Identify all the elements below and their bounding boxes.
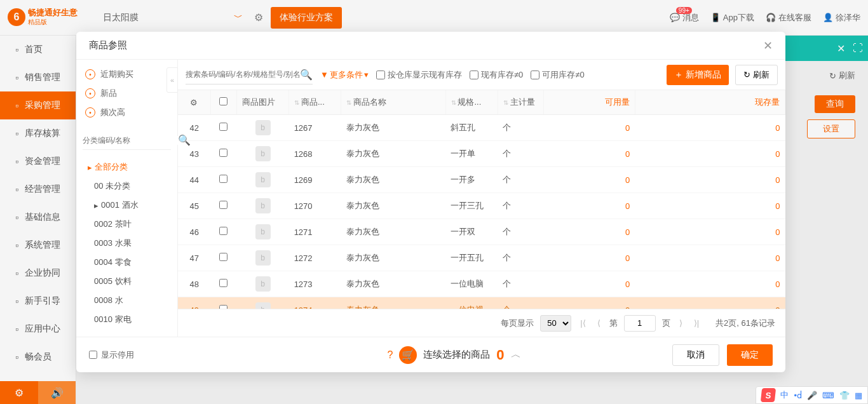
first-page-button[interactable]: |⟨: [578, 318, 588, 328]
col-unit[interactable]: 主计量: [498, 90, 543, 115]
refresh-button[interactable]: ↻ 刷新: [735, 65, 778, 85]
product-table: ⚙ 商品图片 商品... 商品名称 规格... 主计量 可用量 现存量 42b1…: [178, 90, 785, 309]
row-select[interactable]: [210, 115, 236, 141]
ime-keyboard-icon[interactable]: ⌨: [822, 391, 834, 400]
row-avail: 0: [543, 219, 635, 245]
modal-close-button[interactable]: ✕: [763, 39, 773, 53]
col-settings[interactable]: ⚙: [178, 90, 210, 115]
filter-tab[interactable]: •近期购买: [76, 65, 177, 84]
add-product-button[interactable]: ＋ 新增商品: [667, 65, 729, 85]
col-avail[interactable]: 可用量: [543, 90, 635, 115]
row-stock: 0: [635, 245, 785, 271]
row-select[interactable]: [210, 297, 236, 309]
search-icon[interactable]: 🔍: [300, 69, 313, 81]
row-spec: 一开单: [445, 141, 498, 167]
col-image[interactable]: 商品图片: [236, 90, 288, 115]
collapse-handle[interactable]: «: [166, 67, 178, 93]
page-suffix: 页: [662, 318, 670, 329]
chk-avail-nonzero[interactable]: 可用库存≠0: [531, 69, 584, 81]
circle-icon: •: [85, 69, 95, 79]
row-select[interactable]: [210, 141, 236, 167]
ime-lang[interactable]: 中: [780, 389, 789, 401]
per-page-select[interactable]: 50: [540, 315, 571, 332]
table-row[interactable]: 45b1270泰力灰色一开三孔个00: [178, 193, 785, 219]
row-no: 48: [178, 271, 210, 297]
row-checkbox[interactable]: [219, 279, 227, 287]
tree-node[interactable]: 0008 水: [76, 291, 177, 310]
row-checkbox[interactable]: [219, 149, 227, 157]
expand-up-icon[interactable]: ︿: [511, 348, 521, 361]
tree-node[interactable]: 0010 家电: [76, 310, 177, 329]
col-name[interactable]: 商品名称: [341, 90, 445, 115]
row-code: 1274: [289, 297, 341, 309]
more-conditions-link[interactable]: ▼ 更多条件 ▾: [320, 69, 369, 81]
tree-node[interactable]: 00 未分类: [76, 177, 177, 196]
category-search-input[interactable]: [83, 136, 178, 145]
tree-node[interactable]: ▸ 0001 酒水: [76, 196, 177, 215]
row-checkbox[interactable]: [219, 123, 227, 131]
table-row[interactable]: 42b1267泰力灰色斜五孔个00: [178, 115, 785, 141]
row-checkbox[interactable]: [219, 227, 227, 235]
row-unit: 个: [498, 219, 543, 245]
next-page-button[interactable]: ⟩: [677, 318, 685, 328]
filter-tab[interactable]: •新品: [76, 84, 177, 103]
page-input[interactable]: [624, 315, 656, 332]
prev-page-button[interactable]: ⟨: [595, 318, 603, 328]
checkbox[interactable]: [376, 71, 385, 79]
row-select[interactable]: [210, 245, 236, 271]
ime-voice-icon[interactable]: 🎤: [807, 391, 817, 400]
row-avail: 0: [543, 115, 635, 141]
row-select[interactable]: [210, 167, 236, 193]
row-checkbox[interactable]: [219, 201, 227, 209]
checkbox[interactable]: [89, 351, 97, 359]
table-row[interactable]: 49b1274泰力灰色一位电视个00: [178, 297, 785, 309]
table-row[interactable]: 48b1273泰力灰色一位电脑个00: [178, 271, 785, 297]
show-disabled-check[interactable]: 显示停用: [89, 349, 134, 361]
ime-skin-icon[interactable]: 👕: [839, 391, 850, 400]
tree-node[interactable]: 0004 零食: [76, 253, 177, 272]
row-spec: 一开三孔: [445, 193, 498, 219]
table-row[interactable]: 46b1271泰力灰色一开双个00: [178, 219, 785, 245]
cancel-button[interactable]: 取消: [672, 344, 719, 366]
last-page-button[interactable]: ⟩|: [691, 318, 702, 328]
confirm-button[interactable]: 确定: [727, 344, 773, 366]
table-row[interactable]: 47b1272泰力灰色一开五孔个00: [178, 245, 785, 271]
search-icon[interactable]: 🔍: [178, 134, 191, 146]
col-spec[interactable]: 规格...: [445, 90, 498, 115]
row-avail: 0: [543, 167, 635, 193]
ime-punct-icon[interactable]: •ḋ: [794, 391, 802, 400]
chk-by-warehouse[interactable]: 按仓库显示现有库存: [376, 69, 462, 81]
col-stock[interactable]: 现存量: [635, 90, 785, 115]
tree-node[interactable]: 0003 水果: [76, 234, 177, 253]
tree-node[interactable]: 0005 饮料: [76, 272, 177, 291]
row-name: 泰力灰色: [341, 245, 445, 271]
row-spec: 一开双: [445, 219, 498, 245]
help-icon[interactable]: ?: [387, 349, 393, 361]
row-select[interactable]: [210, 271, 236, 297]
tree-root[interactable]: ▸ 全部分类: [76, 158, 177, 177]
ime-logo-icon[interactable]: S: [761, 388, 776, 402]
row-name: 泰力灰色: [341, 271, 445, 297]
table-header-row: ⚙ 商品图片 商品... 商品名称 规格... 主计量 可用量 现存量: [178, 90, 785, 115]
row-select[interactable]: [210, 219, 236, 245]
col-select[interactable]: [210, 90, 236, 115]
checkbox[interactable]: [531, 71, 539, 79]
table-row[interactable]: 43b1268泰力灰色一开单个00: [178, 141, 785, 167]
table-row[interactable]: 44b1269泰力灰色一开多个00: [178, 167, 785, 193]
row-checkbox[interactable]: [219, 253, 227, 261]
col-code[interactable]: 商品...: [289, 90, 341, 115]
chk-stock-nonzero[interactable]: 现有库存≠0: [470, 69, 523, 81]
ime-grid-icon[interactable]: ▦: [855, 391, 862, 400]
tree-node[interactable]: 0002 茶叶: [76, 215, 177, 234]
product-table-wrap[interactable]: ⚙ 商品图片 商品... 商品名称 规格... 主计量 可用量 现存量 42b1…: [178, 90, 785, 309]
filter-tab[interactable]: •频次高: [76, 103, 177, 122]
product-search-input[interactable]: [186, 70, 300, 79]
checkbox[interactable]: [470, 71, 478, 79]
row-select[interactable]: [210, 193, 236, 219]
row-image: b: [236, 193, 288, 219]
image-placeholder-icon: b: [255, 172, 271, 187]
row-avail: 0: [543, 245, 635, 271]
tree-node-label: 00 未分类: [94, 180, 130, 192]
row-checkbox[interactable]: [219, 175, 227, 183]
select-all-checkbox[interactable]: [219, 97, 227, 105]
